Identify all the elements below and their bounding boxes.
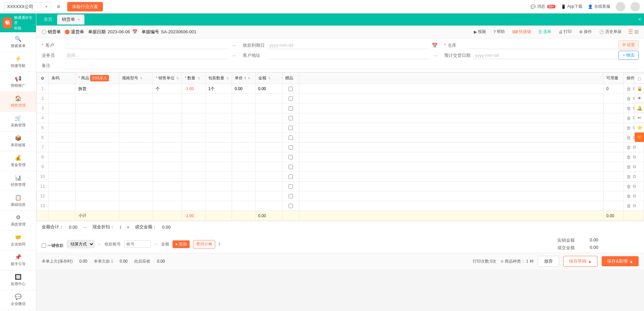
row-spec[interactable] xyxy=(119,162,153,172)
add-payment-button[interactable]: ● 添加 xyxy=(173,240,190,248)
row-pkgqty[interactable] xyxy=(205,143,232,152)
rfloat-lock-icon[interactable]: 🔒 xyxy=(635,84,644,93)
row-spec[interactable] xyxy=(119,152,153,162)
row-spec[interactable] xyxy=(119,201,153,211)
fee-info-icon[interactable]: ℹ xyxy=(219,242,220,246)
row-pkgqty[interactable] xyxy=(205,191,232,201)
row-product[interactable] xyxy=(76,143,119,152)
lack-info-icon[interactable]: ℹ xyxy=(111,259,113,264)
row-price[interactable] xyxy=(232,162,255,172)
row-unit[interactable] xyxy=(153,113,182,123)
rfloat-edit-icon[interactable]: ✏ xyxy=(635,113,644,122)
rfloat-notify-icon[interactable]: 🔔 xyxy=(635,103,644,113)
row-spec[interactable] xyxy=(119,104,153,113)
sidebar-item-purchase[interactable]: 🛒 采购管理 xyxy=(0,112,36,131)
notes-input[interactable] xyxy=(65,62,639,69)
row-qty[interactable] xyxy=(182,143,205,152)
row-price[interactable] xyxy=(232,133,255,143)
operate-btn[interactable]: ⚙ 操作 xyxy=(577,28,594,35)
row-product[interactable] xyxy=(76,201,119,211)
print-btn[interactable]: 🖨 打印 xyxy=(557,28,574,35)
row-price[interactable] xyxy=(232,94,255,104)
row-amount[interactable] xyxy=(255,94,282,104)
copy-icon[interactable]: ⧉ xyxy=(633,193,636,199)
row-price[interactable] xyxy=(232,143,255,152)
delete-icon[interactable]: 🗑 xyxy=(627,86,631,91)
row-gift[interactable] xyxy=(282,84,299,94)
delete-icon[interactable]: 🗑 xyxy=(627,174,631,179)
sidebar-item-collab[interactable]: 🤝 企业协同 xyxy=(0,231,36,250)
view-toggle-grid[interactable]: ⊞ xyxy=(634,29,639,35)
row-barcode[interactable] xyxy=(49,182,76,191)
row-barcode[interactable] xyxy=(49,84,76,94)
row-barcode[interactable] xyxy=(49,191,76,201)
row-qty[interactable] xyxy=(182,152,205,162)
sidebar-item-basicinfo[interactable]: 📋 基础信息 xyxy=(0,191,36,211)
row-qty[interactable] xyxy=(182,84,205,94)
sidebar-item-management[interactable]: 📊 经营管理 xyxy=(0,171,36,191)
row-amount[interactable] xyxy=(255,133,282,143)
help-btn[interactable]: ? 帮助 xyxy=(491,28,507,35)
delete-icon[interactable]: 🗑 xyxy=(627,155,631,160)
radio-return[interactable]: 退货单 xyxy=(65,29,84,35)
sidebar-item-finance[interactable]: 💰 资金管理 xyxy=(0,151,36,171)
customer-input[interactable] xyxy=(65,42,228,49)
row-amount[interactable] xyxy=(255,191,282,201)
avatar2[interactable] xyxy=(631,2,640,11)
row-qty[interactable] xyxy=(182,104,205,113)
payment-date-calendar-icon[interactable]: 📅 xyxy=(432,43,438,48)
row-unit[interactable] xyxy=(153,152,182,162)
row-pkgqty[interactable] xyxy=(205,152,232,162)
row-spec[interactable] xyxy=(119,94,153,104)
row-qty[interactable] xyxy=(182,133,205,143)
view-toggle-list[interactable]: ☰ xyxy=(628,29,633,35)
online-service-button[interactable]: 👤 在线客服 xyxy=(588,4,610,9)
row-amount[interactable] xyxy=(255,113,282,123)
row-product[interactable] xyxy=(76,133,119,143)
row-product[interactable] xyxy=(76,113,119,123)
rfloat-expand-icon[interactable]: □ xyxy=(635,74,644,83)
tab-home[interactable]: 首页 xyxy=(39,14,57,25)
row-gift[interactable] xyxy=(282,123,299,133)
row-product[interactable] xyxy=(76,123,119,133)
sidebar-item-appcenter[interactable]: 🔲 应用中心 xyxy=(0,270,36,290)
settlement-select[interactable]: 结算方式 xyxy=(67,240,94,248)
sidebar-item-quicknav[interactable]: ⚡ 快捷导航 xyxy=(0,52,36,72)
customer-dots-icon[interactable]: ··· xyxy=(232,43,236,48)
settings-button[interactable]: ⚙ 设置 xyxy=(618,40,639,49)
delete-icon[interactable]: 🗑 xyxy=(627,184,631,189)
row-gift[interactable] xyxy=(282,94,299,104)
row-spec[interactable] xyxy=(119,113,153,123)
delete-icon[interactable]: 🗑 xyxy=(627,106,631,111)
company-selector[interactable]: XXXXXX公司 ▼ xyxy=(4,2,51,11)
row-pkgqty[interactable] xyxy=(205,84,232,94)
delete-icon[interactable]: 🗑 xyxy=(627,135,631,140)
radio-sale[interactable]: 销货单 xyxy=(42,29,61,35)
row-price[interactable] xyxy=(232,191,255,201)
row-price[interactable] xyxy=(232,152,255,162)
tab-sales-order[interactable]: 销货单 × xyxy=(57,14,84,25)
row-unit[interactable] xyxy=(153,123,182,133)
scan-button[interactable]: 扫码录入 xyxy=(90,75,109,81)
row-price[interactable] xyxy=(232,201,255,211)
copy-icon[interactable]: ⧉ xyxy=(633,184,636,189)
delete-icon[interactable]: 🗑 xyxy=(627,203,631,208)
row-barcode[interactable] xyxy=(49,133,76,143)
salesperson-input[interactable] xyxy=(65,52,228,59)
sidebar-item-sales[interactable]: 🏠 销售管理 xyxy=(0,92,36,112)
sidebar-item-guide[interactable]: 📌 新手引导 xyxy=(0,250,36,270)
row-gift[interactable] xyxy=(282,143,299,152)
row-unit[interactable] xyxy=(153,201,182,211)
row-gift[interactable] xyxy=(282,201,299,211)
row-barcode[interactable] xyxy=(49,123,76,133)
row-product[interactable] xyxy=(76,84,119,94)
row-unit[interactable] xyxy=(153,143,182,152)
row-amount[interactable] xyxy=(255,143,282,152)
one-click-payment-checkbox[interactable]: 一键收款 xyxy=(42,243,64,248)
row-gift[interactable] xyxy=(282,191,299,201)
row-gift[interactable] xyxy=(282,162,299,172)
row-unit[interactable] xyxy=(153,84,182,94)
row-gift[interactable] xyxy=(282,182,299,191)
row-amount[interactable] xyxy=(255,152,282,162)
row-qty[interactable] xyxy=(182,94,205,104)
